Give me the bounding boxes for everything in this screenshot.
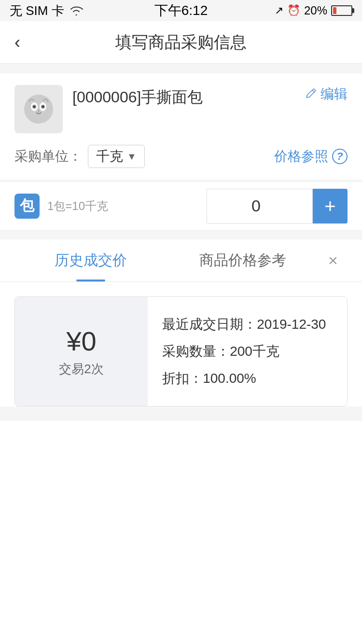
discount-label: 折扣：	[162, 371, 203, 386]
svg-point-6	[42, 106, 44, 108]
quantity-section: 包 1包=10千克 +	[0, 182, 362, 230]
history-price: ¥0	[66, 325, 96, 357]
history-right: 最近成交日期：2019-12-30 采购数量：200千克 折扣：100.00%	[148, 297, 347, 406]
page-title: 填写商品采购信息	[115, 31, 247, 54]
history-left: ¥0 交易2次	[15, 297, 148, 406]
info-icon: ?	[332, 149, 348, 164]
quantity-controls: +	[207, 189, 348, 224]
history-card: ¥0 交易2次 最近成交日期：2019-12-30 采购数量：200千克 折扣：…	[14, 296, 348, 406]
chevron-down-icon: ▼	[127, 151, 137, 162]
svg-point-5	[33, 106, 35, 108]
location-icon: ↗	[275, 4, 283, 17]
unit-label: 采购单位：	[14, 147, 82, 166]
alarm-icon: ⏰	[287, 4, 300, 17]
last-date-value: 2019-12-30	[257, 317, 326, 332]
price-ref-button[interactable]: 价格参照 ?	[274, 147, 348, 166]
battery-fill	[333, 7, 336, 14]
edit-button[interactable]: 编辑	[305, 85, 348, 103]
time-display: 下午6:12	[154, 1, 208, 20]
quantity-input[interactable]	[207, 189, 313, 224]
quantity-row: 采购数量：200千克	[162, 341, 333, 362]
product-card: [0000006]手撕面包 编辑 采购单位： 千克 ▼ 价格参照 ?	[0, 73, 362, 180]
close-button[interactable]: ×	[319, 246, 348, 275]
status-left: 无 SIM 卡	[10, 2, 84, 19]
purchase-unit-row: 采购单位： 千克 ▼ 价格参照 ?	[14, 145, 348, 168]
tab-header: 历史成交价 商品价格参考 ×	[0, 239, 362, 282]
discount-value: 100.00%	[203, 371, 256, 386]
product-left: [0000006]手撕面包	[14, 85, 203, 133]
nav-bar: ‹ 填写商品采购信息	[0, 21, 362, 64]
unit-selector[interactable]: 千克 ▼	[88, 145, 145, 168]
last-date-row: 最近成交日期：2019-12-30	[162, 314, 333, 335]
last-date-label: 最近成交日期：	[162, 317, 257, 332]
product-info: [0000006]手撕面包	[72, 85, 203, 108]
discount-row: 折扣：100.00%	[162, 368, 333, 389]
unit-icon: 包	[14, 194, 40, 219]
unit-equality: 1包=10千克	[47, 198, 108, 214]
product-image	[14, 85, 63, 133]
tab-section: 历史成交价 商品价格参考 × ¥0 交易2次 最近成交日期：2019-12-30…	[0, 239, 362, 406]
wifi-icon	[69, 5, 84, 16]
unit-value: 千克	[96, 147, 123, 166]
edit-icon	[305, 88, 318, 100]
status-right: ↗ ⏰ 20%	[275, 4, 352, 17]
empty-area	[0, 421, 362, 644]
quantity-value: 200千克	[230, 344, 279, 359]
status-bar: 无 SIM 卡 下午6:12 ↗ ⏰ 20%	[0, 0, 362, 21]
price-ref-label: 价格参照	[274, 147, 328, 166]
plus-button[interactable]: +	[313, 189, 348, 224]
battery-percent: 20%	[304, 4, 327, 17]
quantity-label-group: 包 1包=10千克	[14, 194, 108, 219]
battery-icon	[331, 5, 352, 16]
plus-icon: +	[324, 196, 335, 216]
trade-count: 交易2次	[59, 361, 103, 378]
product-header: [0000006]手撕面包 编辑	[14, 85, 348, 133]
owl-icon	[22, 92, 56, 126]
quantity-label: 采购数量：	[162, 344, 230, 359]
product-name: [0000006]手撕面包	[72, 85, 203, 108]
carrier-label: 无 SIM 卡	[10, 2, 64, 19]
svg-point-0	[24, 95, 53, 124]
tab-price-ref[interactable]: 商品价格参考	[167, 239, 319, 281]
tab-history-price[interactable]: 历史成交价	[14, 239, 167, 281]
back-button[interactable]: ‹	[14, 32, 20, 53]
